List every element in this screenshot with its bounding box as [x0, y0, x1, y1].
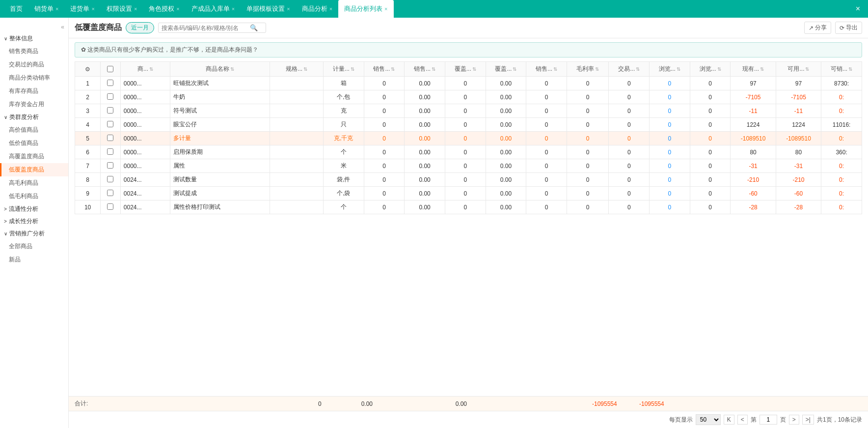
cell-check[interactable] [101, 132, 121, 145]
browse1-link[interactable]: 0 [668, 176, 672, 183]
sidebar-item-all-goods[interactable]: 全部商品 [0, 240, 68, 253]
row-checkbox[interactable] [107, 135, 113, 141]
sidebar-section-group[interactable]: ∨ 类群度分析 [0, 111, 68, 123]
sidebar-item-traded-goods[interactable]: 交易过的商品 [0, 58, 68, 71]
cell-check[interactable] [101, 118, 121, 132]
cell-check[interactable] [101, 90, 121, 104]
sidebar-item-high-value[interactable]: 高价值商品 [0, 123, 68, 137]
th-sales3[interactable]: 销售...⇅ [526, 62, 567, 77]
th-sales-qty[interactable]: 销售...⇅ [364, 62, 405, 77]
sidebar-item-high-margin[interactable]: 高毛利商品 [0, 176, 68, 190]
browse1-link[interactable]: 0 [668, 80, 672, 87]
nav-analysis-close[interactable]: × [329, 6, 332, 12]
nav-roles-close[interactable]: × [176, 6, 179, 12]
last-page-button[interactable]: >| [802, 415, 814, 425]
prev-page-button[interactable]: < [737, 415, 748, 425]
browse1-link[interactable]: 0 [668, 149, 672, 156]
cell-browse1[interactable]: 0 [650, 200, 690, 214]
cell-browse1[interactable]: 0 [650, 118, 690, 132]
th-saleable[interactable]: 可销...⇅ [821, 62, 862, 77]
sidebar-item-in-stock[interactable]: 有库存商品 [0, 85, 68, 98]
th-cov1[interactable]: 覆盖...⇅ [445, 62, 486, 77]
nav-sales-close[interactable]: × [55, 6, 58, 12]
sidebar-item-low-value[interactable]: 低价值商品 [0, 137, 68, 150]
nav-roles[interactable]: 角色授权 × [143, 0, 185, 18]
sidebar-item-capital[interactable]: 库存资金占用 [0, 98, 68, 111]
th-check[interactable] [101, 62, 121, 77]
nav-purchase-close[interactable]: × [91, 6, 94, 12]
row-checkbox[interactable] [107, 203, 113, 210]
th-current-stock[interactable]: 现有...⇅ [731, 62, 776, 77]
nav-permissions-close[interactable]: × [134, 6, 137, 12]
cell-browse1[interactable]: 0 [650, 173, 690, 187]
browse1-link[interactable]: 0 [668, 108, 672, 114]
search-icon[interactable]: 🔍 [250, 24, 258, 31]
sidebar-item-category-rate[interactable]: 商品分类动销率 [0, 71, 68, 85]
nav-templates[interactable]: 单据模板设置 × [241, 0, 296, 18]
th-spec[interactable]: 规格...⇅ [270, 62, 324, 77]
page-number-input[interactable] [760, 415, 777, 425]
browse1-link[interactable]: 0 [668, 190, 672, 197]
sidebar-item-high-coverage[interactable]: 高覆盖度商品 [0, 150, 68, 163]
cell-browse1[interactable]: 0 [650, 159, 690, 173]
sidebar-section-growth[interactable]: > 成长性分析 [0, 215, 68, 228]
cell-browse1[interactable]: 0 [650, 132, 690, 145]
row-checkbox[interactable] [107, 80, 113, 86]
export-button[interactable]: ⟳ 导出 [835, 22, 862, 34]
th-available-stock[interactable]: 可用...⇅ [776, 62, 821, 77]
cell-browse1[interactable]: 0 [650, 90, 690, 104]
sidebar-item-low-margin[interactable]: 低毛利商品 [0, 190, 68, 203]
share-button[interactable]: ↗ 分享 [804, 22, 831, 34]
nav-products[interactable]: 产成品入库单 × [186, 0, 241, 18]
cell-browse1[interactable]: 0 [650, 145, 690, 159]
row-checkbox[interactable] [107, 190, 113, 196]
browse1-link[interactable]: 0 [668, 204, 672, 211]
cell-browse1[interactable]: 0 [650, 77, 690, 90]
sidebar-section-overview[interactable]: ∨ 整体信息 [0, 32, 68, 45]
nav-products-close[interactable]: × [232, 6, 235, 12]
nav-templates-close[interactable]: × [287, 6, 290, 12]
sidebar-collapse-button[interactable]: « [61, 24, 64, 30]
row-checkbox[interactable] [107, 107, 113, 114]
page-size-select[interactable]: 50 100 200 [696, 414, 721, 425]
nav-home[interactable]: 首页 [4, 0, 28, 18]
browse1-link[interactable]: 0 [668, 163, 672, 170]
cell-check[interactable] [101, 200, 121, 214]
browse1-link[interactable]: 0 [668, 94, 672, 101]
table-container[interactable]: ⚙ 商...⇅ 商品名称⇅ 规格...⇅ 计量...⇅ 销售...⇅ 销售...… [69, 61, 868, 396]
nav-analysis-list[interactable]: 商品分析列表 × [338, 0, 393, 18]
sidebar-item-new-goods[interactable]: 新品 [0, 253, 68, 266]
row-checkbox[interactable] [107, 121, 113, 127]
select-all-checkbox[interactable] [107, 66, 113, 72]
filter-period-button[interactable]: 近一月 [126, 22, 154, 33]
row-checkbox[interactable] [107, 176, 113, 182]
cell-check[interactable] [101, 104, 121, 118]
close-all-button[interactable]: × [852, 4, 864, 13]
search-input[interactable] [162, 25, 250, 31]
th-browse2[interactable]: 浏览...⇅ [690, 62, 731, 77]
next-page-button[interactable]: > [789, 415, 799, 425]
sidebar-section-marketing[interactable]: ∨ 营销推广分析 [0, 228, 68, 240]
nav-sales[interactable]: 销货单 × [28, 0, 64, 18]
th-unit[interactable]: 计量...⇅ [323, 62, 364, 77]
cell-check[interactable] [101, 145, 121, 159]
th-cov2[interactable]: 覆盖...⇅ [486, 62, 526, 77]
cell-check[interactable] [101, 77, 121, 90]
row-checkbox[interactable] [107, 162, 113, 169]
th-browse1[interactable]: 浏览...⇅ [650, 62, 690, 77]
cell-browse1[interactable]: 0 [650, 187, 690, 200]
nav-permissions[interactable]: 权限设置 × [101, 0, 143, 18]
nav-purchase[interactable]: 进货单 × [64, 0, 100, 18]
browse1-link[interactable]: 0 [668, 121, 672, 128]
sidebar-item-sales-goods[interactable]: 销售类商品 [0, 45, 68, 58]
th-code[interactable]: 商...⇅ [120, 62, 170, 77]
th-name[interactable]: 商品名称⇅ [170, 62, 270, 77]
row-checkbox[interactable] [107, 93, 113, 100]
th-settings[interactable]: ⚙ [75, 62, 101, 77]
sidebar-section-flow[interactable]: > 流通性分析 [0, 203, 68, 215]
nav-analysis[interactable]: 商品分析 × [296, 0, 338, 18]
first-page-button[interactable]: K [724, 415, 734, 425]
th-sales-amt[interactable]: 销售...⇅ [405, 62, 445, 77]
row-checkbox[interactable] [107, 148, 113, 155]
th-gross[interactable]: 毛利率⇅ [567, 62, 609, 77]
